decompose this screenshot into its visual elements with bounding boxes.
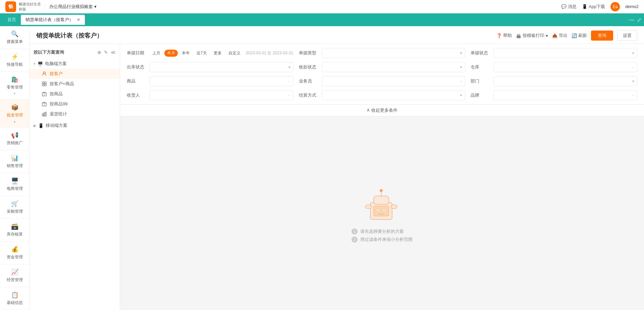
shortcut-last-month[interactable]: 上月: [150, 50, 163, 57]
app-download-btn[interactable]: 📱 App下载: [582, 4, 605, 10]
refresh-btn[interactable]: 🔄 刷新: [572, 33, 587, 39]
help-btn[interactable]: ❓ 帮助: [496, 33, 512, 39]
sales-icon: 📊: [11, 154, 18, 162]
receipt-status-input[interactable]: ▾: [322, 62, 466, 72]
filter-row-2: 出库状态 ▾ 收款状态 ▾: [127, 62, 637, 72]
shortcut-last-7-days[interactable]: 近7天: [194, 50, 210, 57]
filter-doc-status: 单据状态 ▾: [471, 48, 637, 58]
scheme-item-by-goods-99[interactable]: 按商品99: [30, 99, 120, 109]
query-button[interactable]: 查询: [591, 31, 613, 41]
svg-rect-2: [45, 82, 46, 84]
sidebar-item-ecommerce[interactable]: 🖥️ 电商管理: [0, 173, 29, 196]
collapse-scheme-icon[interactable]: ≪: [111, 50, 116, 55]
filter-settlement: 结算方式 ▾: [299, 90, 466, 100]
filter-row-3: 商品 ··· 业务员 ···: [127, 76, 637, 86]
tab-bar: 首页 销货单统计表（按客户） ✕ — ⤢: [0, 13, 644, 26]
ellipsis-icon: ···: [287, 80, 290, 83]
finance-icon: 💰: [11, 246, 18, 253]
settlement-input[interactable]: ▾: [322, 90, 466, 100]
ellipsis-icon: ···: [287, 94, 290, 97]
message-btn[interactable]: 💬 消息: [561, 4, 577, 10]
edit-scheme-icon[interactable]: ✎: [104, 50, 108, 55]
svg-point-17: [384, 210, 385, 211]
scheme-item-return-stats[interactable]: 退货统计: [30, 109, 120, 119]
sidebar-item-sales[interactable]: 📊 销售管理: [0, 150, 29, 173]
goods-input[interactable]: ···: [150, 76, 293, 86]
svg-point-16: [377, 210, 379, 211]
tab-maximize-btn[interactable]: ⤢: [637, 17, 641, 23]
page-title: 销货单统计表（按客户）: [36, 32, 103, 40]
chevron-down-icon: ▾: [632, 51, 634, 55]
export-icon: 📤: [552, 33, 557, 38]
settings-button[interactable]: 设置: [617, 30, 637, 41]
sidebar-item-quick-nav[interactable]: ⚡ 快捷导航: [0, 49, 29, 72]
sidebar-item-basic-info[interactable]: 📋 基础信息: [0, 287, 29, 310]
arrow-icon: ▴: [14, 119, 15, 123]
template-print-btn[interactable]: 🖨️ 按模板打印 ▾: [516, 33, 548, 39]
sidebar-item-inventory[interactable]: 🗃️ 库存核算: [0, 219, 29, 242]
date-shortcuts: 上月 本月 本年 近7天 更多 自定义 2023-03-01 至 2023-03…: [150, 50, 293, 57]
scheme-item-by-customer[interactable]: 按客户: [30, 69, 120, 79]
sidebar-item-wholesale[interactable]: 📦 批发管理 ▴: [0, 100, 29, 127]
collapse-row[interactable]: ∧ 收起更多条件: [120, 105, 644, 116]
scheme-group-mobile: ▶ 📱 移动端方案: [30, 120, 120, 131]
receiver-input[interactable]: ···: [150, 90, 293, 100]
scheme-group-header-desktop[interactable]: ▾ 🖥️ 电脑端方案: [30, 59, 120, 69]
svg-rect-10: [44, 113, 45, 116]
top-bar-left: 畅 畅捷信好生意 标版 办公用品行业模拟账套 ▾: [5, 1, 97, 12]
tab-sales-stats[interactable]: 销货单统计表（按客户） ✕: [21, 15, 85, 25]
filter-panel: 单据日期 上月 本月 本年 近7天 更多 自定义 2023-03-01 至 20…: [120, 44, 644, 105]
retail-icon: 🛍️: [11, 76, 18, 83]
sidebar-item-search-menu[interactable]: 🔍 搜索菜单: [0, 26, 29, 49]
chevron-down-icon: ▾: [460, 65, 462, 69]
app-selector[interactable]: 办公用品行业模拟账套 ▾: [49, 4, 97, 10]
sidebar-item-operations[interactable]: 📈 经营管理: [0, 264, 29, 287]
empty-step-2: 2 用过滤条件来缩小分析范围: [352, 237, 413, 243]
shortcut-custom[interactable]: 自定义: [226, 50, 243, 57]
sidebar: 🔍 搜索菜单 ⚡ 快捷导航 🛍️ 零售管理 ▾ 📦 批发管理 ▴ 📢 营销推广: [0, 26, 30, 310]
filter-brand: 品牌 ···: [471, 90, 637, 100]
doc-status-input[interactable]: ▾: [493, 48, 637, 58]
department-input[interactable]: ▾: [493, 76, 637, 86]
scheme-group-header-mobile[interactable]: ▶ 📱 移动端方案: [30, 120, 120, 131]
tab-minimize-btn[interactable]: —: [629, 17, 634, 23]
arrow-icon: ▾: [14, 92, 15, 95]
tab-close-icon[interactable]: ✕: [77, 17, 80, 22]
scheme-item-by-customer-goods[interactable]: 按客户+商品: [30, 79, 120, 89]
out-status-input[interactable]: ▾: [150, 62, 293, 72]
collapse-icon: ∧: [367, 107, 370, 113]
shortcut-more[interactable]: 更多: [211, 50, 224, 57]
wholesale-icon: 📦: [11, 104, 18, 111]
shortcut-this-month[interactable]: 本月: [164, 50, 178, 57]
shortcut-this-year[interactable]: 本年: [179, 50, 193, 57]
warehouse-input[interactable]: ···: [493, 62, 637, 72]
box2-icon: [42, 101, 47, 107]
purchase-icon: 🛒: [11, 200, 18, 207]
grid-icon: [42, 81, 47, 87]
divider: [45, 3, 45, 10]
chevron-down-icon: ▾: [546, 33, 548, 38]
quick-nav-icon: ⚡: [11, 53, 18, 60]
box-icon: [42, 91, 47, 97]
mobile-folder-icon: 📱: [38, 123, 44, 128]
add-scheme-icon[interactable]: ⊕: [97, 50, 101, 55]
sidebar-item-purchase[interactable]: 🛒 采购管理: [0, 196, 29, 219]
folder-icon: 🖥️: [38, 61, 43, 66]
sidebar-item-retail[interactable]: 🛍️ 零售管理 ▾: [0, 72, 29, 100]
export-btn[interactable]: 📤 导出: [552, 33, 568, 39]
scheme-item-by-goods[interactable]: 按商品: [30, 89, 120, 99]
user-name[interactable]: demo2: [625, 4, 639, 9]
brand-input[interactable]: ···: [493, 90, 637, 100]
sidebar-item-finance[interactable]: 💰 资金管理: [0, 242, 29, 264]
sidebar-item-marketing[interactable]: 📢 营销推广: [0, 127, 29, 150]
page-actions: ❓ 帮助 🖨️ 按模板打印 ▾ 📤 导出 🔄 刷新: [496, 30, 637, 41]
doc-type-input[interactable]: ▾: [322, 48, 466, 58]
group-collapse-icon: ▶: [34, 123, 36, 128]
marketing-icon: 📢: [11, 132, 18, 139]
group-expand-icon: ▾: [34, 62, 36, 66]
scheme-header: 按以下方案查询 ⊕ ✎ ≪: [30, 47, 120, 57]
basic-info-icon: 📋: [11, 291, 18, 299]
tab-home[interactable]: 首页: [3, 15, 21, 25]
filter-out-status: 出库状态 ▾: [127, 62, 293, 72]
salesperson-input[interactable]: ···: [322, 76, 466, 86]
